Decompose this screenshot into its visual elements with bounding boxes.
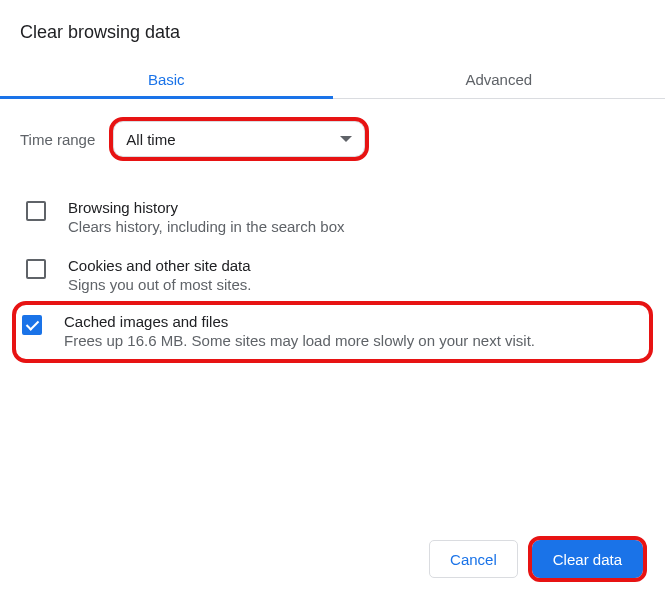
chevron-down-icon [340, 136, 352, 142]
time-range-label: Time range [20, 131, 95, 148]
tab-content-basic: Time range All time Browsing history Cle… [0, 99, 665, 359]
clear-data-button[interactable]: Clear data [532, 540, 643, 578]
checkbox-browsing-history[interactable] [26, 201, 46, 221]
time-range-row: Time range All time [20, 121, 645, 157]
checkbox-cached-images[interactable] [22, 315, 42, 335]
option-body: Browsing history Clears history, includi… [68, 199, 639, 235]
option-title: Browsing history [68, 199, 639, 216]
option-browsing-history: Browsing history Clears history, includi… [20, 189, 645, 247]
option-title: Cached images and files [64, 313, 641, 330]
option-desc: Signs you out of most sites. [68, 276, 639, 293]
option-desc: Frees up 16.6 MB. Some sites may load mo… [64, 332, 641, 349]
option-cached-images: Cached images and files Frees up 16.6 MB… [16, 305, 649, 359]
time-range-selected-value: All time [126, 131, 175, 148]
options-list: Browsing history Clears history, includi… [20, 189, 645, 359]
tab-basic[interactable]: Basic [0, 61, 333, 98]
dialog-footer: Cancel Clear data [429, 540, 643, 578]
option-cookies: Cookies and other site data Signs you ou… [20, 247, 645, 305]
cancel-button[interactable]: Cancel [429, 540, 518, 578]
option-title: Cookies and other site data [68, 257, 639, 274]
option-body: Cookies and other site data Signs you ou… [68, 257, 639, 293]
tab-advanced[interactable]: Advanced [333, 61, 666, 98]
dialog-title: Clear browsing data [0, 0, 665, 61]
time-range-select[interactable]: All time [113, 121, 365, 157]
option-body: Cached images and files Frees up 16.6 MB… [64, 313, 641, 349]
checkbox-cookies[interactable] [26, 259, 46, 279]
tabs: Basic Advanced [0, 61, 665, 99]
option-desc: Clears history, including in the search … [68, 218, 639, 235]
